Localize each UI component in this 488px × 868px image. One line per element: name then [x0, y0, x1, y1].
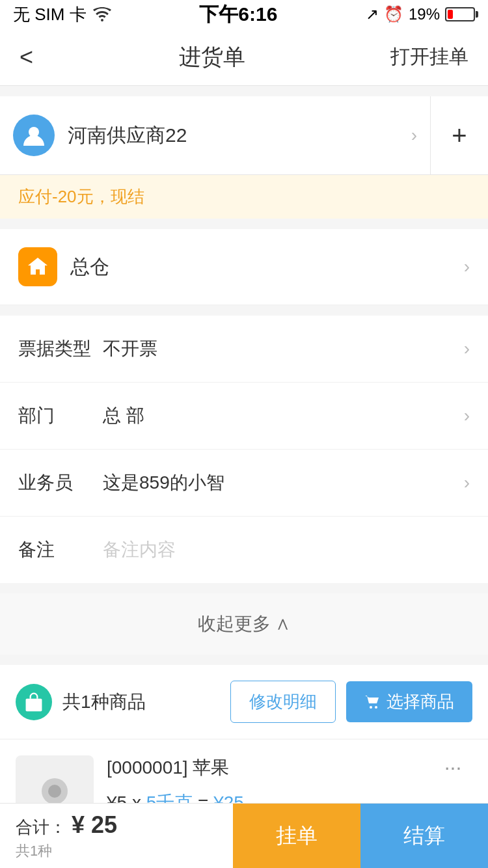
status-right: ↗ ⏰ 19%: [366, 5, 475, 23]
product-code: [0000001]: [107, 757, 188, 778]
total-amount-row: 合计： ¥ 25: [16, 811, 217, 839]
select-product-button[interactable]: 选择商品: [346, 681, 472, 722]
bottom-bar: 合计： ¥ 25 共1种 挂单 结算: [0, 803, 488, 868]
open-hang-button[interactable]: 打开挂单: [390, 44, 468, 70]
invoice-row[interactable]: 票据类型 不开票 ›: [0, 316, 488, 383]
alarm-icon: ⏰: [384, 5, 403, 23]
more-options-button[interactable]: ···: [433, 755, 472, 780]
battery-icon: [445, 7, 475, 21]
invoice-value: 不开票: [103, 336, 464, 361]
wifi-icon: [93, 7, 111, 21]
supplier-avatar: [13, 115, 55, 156]
dept-label: 部门: [18, 403, 103, 428]
form-section: 票据类型 不开票 › 部门 总 部 › 业务员 这是859的小智 › 备注 备注…: [0, 316, 488, 583]
total-section: 合计： ¥ 25 共1种: [0, 804, 233, 868]
add-supplier-button[interactable]: +: [431, 96, 488, 175]
carrier-label: 无 SIM 卡: [13, 3, 87, 26]
nav-bar: < 进货单 打开挂单: [0, 29, 488, 86]
chevron-right-icon: ›: [464, 405, 470, 426]
remark-row[interactable]: 备注 备注内容: [0, 517, 488, 583]
chevron-right-icon: ›: [411, 125, 417, 146]
svg-point-5: [48, 785, 61, 798]
battery-pct: 19%: [409, 5, 440, 23]
invoice-label: 票据类型: [18, 336, 103, 361]
product-count: 共1种商品: [62, 690, 220, 714]
notice-text: 应付-20元，现结: [18, 187, 144, 206]
edit-detail-button[interactable]: 修改明细: [230, 681, 336, 723]
remark-label: 备注: [18, 537, 103, 562]
warehouse-name: 总仓: [70, 254, 464, 280]
total-label: 合计：: [16, 816, 66, 839]
dept-value: 总 部: [103, 403, 464, 428]
status-left: 无 SIM 卡: [13, 3, 111, 26]
status-time: 下午6:16: [199, 1, 277, 28]
select-product-label: 选择商品: [386, 690, 454, 713]
remark-placeholder[interactable]: 备注内容: [103, 537, 470, 562]
warehouse-section[interactable]: 总仓 ›: [0, 229, 488, 305]
supplier-section: 河南供应商22 › +: [0, 96, 488, 175]
bag-icon: [23, 692, 44, 712]
checkout-button[interactable]: 结算: [360, 804, 488, 868]
dept-row[interactable]: 部门 总 部 ›: [0, 383, 488, 450]
staff-label: 业务员: [18, 470, 103, 495]
chevron-right-icon: ›: [464, 338, 470, 359]
staff-value: 这是859的小智: [103, 470, 464, 495]
total-sub: 共1种: [16, 841, 217, 861]
supplier-name: 河南供应商22: [68, 122, 411, 149]
product-name: [0000001] 苹果: [107, 755, 420, 780]
product-icon: [16, 684, 52, 720]
collapse-label: 收起更多 ∧: [198, 614, 291, 634]
home-icon: [27, 256, 49, 278]
svg-point-2: [370, 706, 372, 709]
supplier-row[interactable]: 河南供应商22 ›: [0, 96, 430, 175]
notice-bar: 应付-20元，现结: [0, 175, 488, 219]
back-button[interactable]: <: [20, 44, 33, 71]
collapse-button[interactable]: 收起更多 ∧: [0, 593, 488, 655]
product-header: 共1种商品 修改明细 选择商品: [0, 665, 488, 739]
location-icon: ↗: [366, 5, 379, 23]
product-title: 苹果: [193, 757, 229, 778]
total-amount: ¥ 25: [72, 811, 117, 839]
cart-icon: [364, 695, 381, 709]
hang-button[interactable]: 挂单: [233, 804, 360, 868]
chevron-right-icon: ›: [464, 256, 470, 277]
person-icon: [22, 124, 46, 147]
chevron-right-icon: ›: [464, 472, 470, 493]
staff-row[interactable]: 业务员 这是859的小智 ›: [0, 450, 488, 517]
separator: [0, 86, 488, 96]
page-title: 进货单: [179, 42, 245, 72]
warehouse-icon: [18, 247, 57, 286]
svg-point-3: [375, 706, 377, 709]
svg-rect-1: [26, 698, 42, 711]
status-bar: 无 SIM 卡 下午6:16 ↗ ⏰ 19%: [0, 0, 488, 29]
